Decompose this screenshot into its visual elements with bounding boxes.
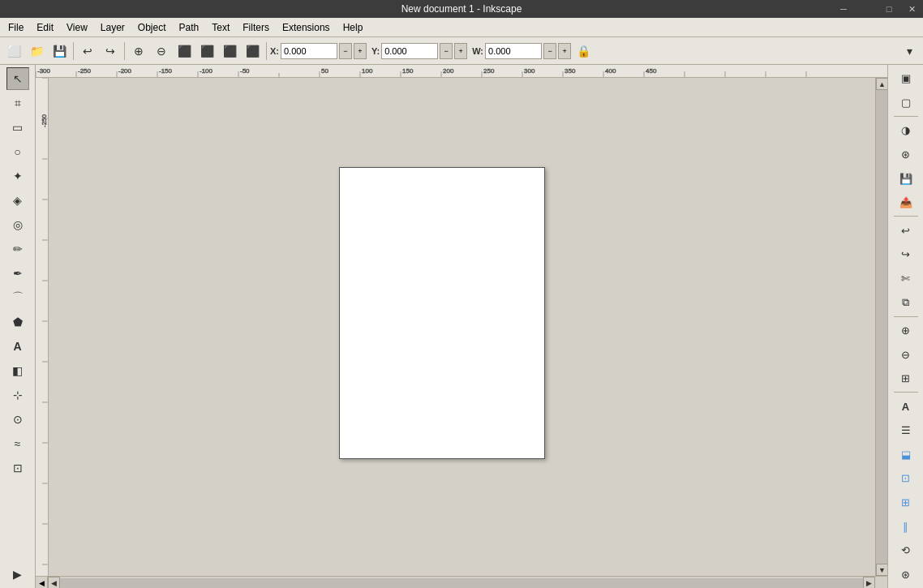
zoom-out-button[interactable]: ⊖ (151, 41, 172, 62)
text-rp-btn[interactable]: A (895, 395, 917, 418)
menu-item-edit[interactable]: Edit (30, 20, 60, 35)
svg-text:-300: -300 (37, 67, 51, 75)
gradient-tool-btn[interactable]: ◧ (6, 359, 29, 382)
svg-text:150: 150 (402, 67, 414, 75)
transform-rp-btn[interactable]: ⟲ (895, 539, 917, 562)
new-button[interactable]: ⬜ (3, 41, 24, 62)
copy-rp-btn[interactable]: ⧉ (895, 291, 917, 314)
color-picker-btn[interactable]: ◑ (895, 119, 917, 142)
toolbar-end-dropdown[interactable]: ▾ (899, 41, 920, 62)
y-increase-btn[interactable]: + (454, 43, 467, 59)
undo-button[interactable]: ↩ (77, 41, 98, 62)
rp-sep3 (894, 316, 918, 317)
y-input[interactable] (381, 43, 438, 59)
hscroll-track[interactable] (60, 578, 863, 588)
canvas-viewport[interactable] (49, 78, 875, 576)
stroke-btn[interactable]: ▢ (895, 92, 917, 114)
align-right-button[interactable]: ⬛ (196, 41, 217, 62)
save-btn[interactable]: 💾 (895, 167, 917, 190)
vscroll-track[interactable] (876, 90, 887, 564)
zoom-in-rp-btn[interactable]: ⊕ (895, 320, 917, 342)
menu-item-file[interactable]: File (2, 20, 30, 35)
export-btn[interactable]: 📤 (895, 191, 917, 214)
hscroll-left-arrow[interactable]: ◀ (48, 577, 60, 588)
svg-text:100: 100 (362, 67, 373, 75)
node-tool-btn[interactable]: ⌗ (6, 92, 29, 114)
title-text: New document 1 - Inkscape (401, 3, 522, 15)
save-button[interactable]: 💾 (49, 41, 70, 62)
star-tool-btn[interactable]: ✦ (6, 165, 29, 187)
maximize-button[interactable]: □ (878, 0, 900, 18)
diags-rp-btn[interactable]: ∥ (895, 515, 917, 538)
ellipse-tool-btn[interactable]: ○ (6, 140, 29, 163)
menu-item-layer[interactable]: Layer (94, 20, 131, 35)
y-decrease-btn[interactable]: − (440, 43, 453, 59)
vscroll: ▲ ▼ (875, 78, 887, 576)
redo-button[interactable]: ↪ (100, 41, 121, 62)
w-increase-btn[interactable]: + (558, 43, 571, 59)
w-decrease-btn[interactable]: − (543, 43, 556, 59)
close-button[interactable]: ✕ (900, 0, 923, 18)
pencil-tool-btn[interactable]: ✏ (6, 238, 29, 260)
zoom-fit-rp-btn[interactable]: ⊞ (895, 367, 917, 390)
hscroll-right-arrow[interactable]: ▶ (863, 577, 875, 588)
spray-tool-btn[interactable]: ≈ (6, 432, 29, 455)
align-left-button[interactable]: ⬛ (174, 41, 195, 62)
minimize-button[interactable]: ─ (832, 0, 855, 18)
menu-item-extensions[interactable]: Extensions (276, 20, 337, 35)
align-top-button[interactable]: ⬛ (219, 41, 240, 62)
redo-rp-btn[interactable]: ↪ (895, 243, 917, 266)
fill-btn[interactable]: ▣ (895, 67, 917, 90)
vscroll-down-btn[interactable]: ▼ (876, 564, 887, 576)
x-increase-btn[interactable]: + (354, 43, 367, 59)
align-bottom-button[interactable]: ⬛ (242, 41, 263, 62)
vscroll-up-btn[interactable]: ▲ (876, 78, 887, 90)
lock-proportions-button[interactable]: 🔒 (573, 41, 594, 62)
pen-tool-btn[interactable]: ✒ (6, 262, 29, 285)
more-tools-btn[interactable]: ▶ (6, 563, 29, 586)
svg-text:50: 50 (321, 67, 328, 75)
align-rp-btn[interactable]: ☰ (895, 419, 917, 442)
sep3 (266, 42, 267, 60)
rect-tool-btn[interactable]: ▭ (6, 116, 29, 139)
titlebar: New document 1 - Inkscape ─ □ ✕ (0, 0, 923, 18)
right-panel: ▣ ▢ ◑ ⊛ 💾 📤 ↩ ↪ ✄ ⧉ ⊕ ⊖ ⊞ A ☰ ⬓ ⊡ ⊞ ∥ ⟲ … (887, 65, 923, 588)
grid-rp-btn[interactable]: ⊞ (895, 491, 917, 514)
menu-item-view[interactable]: View (60, 20, 94, 35)
select-tool-btn[interactable]: ↖ (6, 67, 29, 90)
zoom-out-rp-btn[interactable]: ⊖ (895, 343, 917, 366)
box3d-tool-btn[interactable]: ◈ (6, 189, 29, 212)
bottom-row: ◀ ◀ ▶ (36, 576, 887, 588)
svg-text:-200: -200 (118, 67, 132, 75)
layers-rp-btn[interactable]: ⬓ (895, 444, 917, 466)
color-wheel-btn[interactable]: ⊛ (895, 144, 917, 166)
connector-tool-btn[interactable]: ⊹ (6, 384, 29, 406)
xml-rp-btn[interactable]: ⊡ (895, 467, 917, 490)
svg-text:-100: -100 (200, 67, 213, 75)
hscroll: ◀ ▶ (48, 577, 875, 588)
paint-bucket-btn[interactable]: ⬟ (6, 311, 29, 333)
x-input[interactable] (281, 43, 337, 59)
canvas-area: -300 -250 -200 -150 -100 -50 50 100 150 … (36, 65, 887, 588)
sep1 (73, 42, 74, 60)
calligraphy-tool-btn[interactable]: ⌒ (6, 286, 29, 309)
eyedropper-tool-btn[interactable]: ⊙ (6, 408, 29, 431)
menu-item-text[interactable]: Text (205, 20, 236, 35)
open-button[interactable]: 📁 (26, 41, 47, 62)
eraser-tool-btn[interactable]: ⊡ (6, 457, 29, 479)
text-tool-btn[interactable]: A (6, 335, 29, 358)
menu-item-filters[interactable]: Filters (236, 20, 276, 35)
cut-rp-btn[interactable]: ✄ (895, 268, 917, 290)
w-label: W: (472, 46, 483, 56)
zoom-in-button[interactable]: ⊕ (128, 41, 149, 62)
menu-item-path[interactable]: Path (173, 20, 206, 35)
spiral-tool-btn[interactable]: ◎ (6, 213, 29, 236)
menu-item-help[interactable]: Help (337, 20, 370, 35)
hscroll-left-btn[interactable]: ◀ (36, 577, 47, 588)
w-input[interactable] (485, 43, 542, 59)
y-coord-group: Y: − + (371, 43, 467, 59)
symbols-rp-btn[interactable]: ⊛ (895, 564, 917, 586)
undo-rp-btn[interactable]: ↩ (895, 219, 917, 242)
menu-item-object[interactable]: Object (131, 20, 173, 35)
x-decrease-btn[interactable]: − (339, 43, 352, 59)
